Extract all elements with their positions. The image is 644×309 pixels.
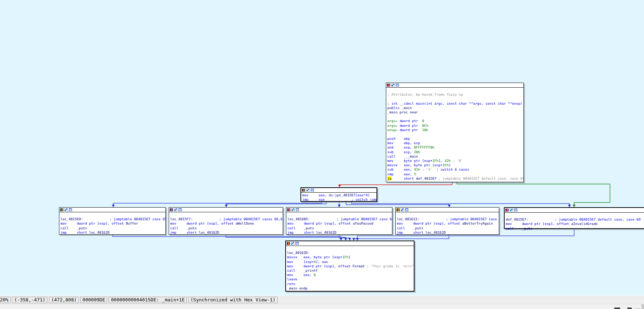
node-edit-icon xyxy=(306,189,310,192)
asm-line: loc_4015E9: ; jumptable 004015E7 case 65 xyxy=(60,217,164,221)
node-color-icon xyxy=(287,242,290,245)
graph-edge-segment xyxy=(346,204,450,205)
node-color-icon xyxy=(170,208,173,211)
asm-line xyxy=(387,97,522,101)
node-disassembly: loc_40162D:movsx eax, byte ptr [esp+1Fh]… xyxy=(286,246,414,291)
status-segment-1: (-358,-471) xyxy=(12,297,47,303)
asm-line: retn xyxy=(287,282,413,286)
node-edit-icon xyxy=(510,209,513,212)
status-segment-0: .20% xyxy=(0,297,10,303)
graph-canvas[interactable]: ; Attributes: bp-based frame fuzzy-sp ; … xyxy=(0,0,644,296)
node-graph-icon xyxy=(69,208,72,211)
asm-line: jmp short loc_40162D xyxy=(287,230,391,235)
graph-node-case-66-67[interactable]: loc_4015F7: ; jumptable 004015E7 cases 6… xyxy=(169,207,283,235)
node-color-icon xyxy=(387,84,390,87)
graph-node-case-65[interactable]: loc_4015E9: ; jumptable 004015E7 case 65… xyxy=(59,207,166,235)
graph-edge-segment xyxy=(574,202,610,203)
asm-line: movsx eax, byte ptr [esp+1Fh] xyxy=(387,163,522,167)
graph-node-default-case-69[interactable]: def_4015E7: ; jumptable 004015E7 default… xyxy=(504,207,644,229)
bottom-strip xyxy=(0,304,644,309)
node-disassembly: loc_4015F7: ; jumptable 004015E7 cases 6… xyxy=(169,212,283,235)
asm-line: mov ebp, esp xyxy=(387,141,522,145)
node-title-bar[interactable] xyxy=(59,208,165,212)
asm-line: cmp eax, 5 xyxy=(387,172,522,176)
node-color-icon xyxy=(396,208,400,211)
node-color-icon xyxy=(505,209,509,212)
graph-edge-arrow xyxy=(348,238,351,241)
node-title-bar[interactable] xyxy=(301,188,376,193)
graph-edge-arrow xyxy=(112,205,115,207)
graph-node-main-entry[interactable]: ; Attributes: bp-based frame fuzzy-sp ; … xyxy=(386,83,524,182)
node-graph-icon xyxy=(295,242,299,245)
asm-line: mov dword ptr [esp], offset aWellDone xyxy=(170,221,282,226)
asm-line: push ebp xyxy=(387,137,522,141)
node-title-bar[interactable] xyxy=(396,208,499,212)
status-segment-2: (472,808) xyxy=(49,297,79,303)
graph-edge-arrow xyxy=(568,205,571,207)
asm-line: jmp short loc_40162D xyxy=(60,230,164,235)
graph-node-case-68[interactable]: loc_401605: ; jumptable 004015E7 case 68… xyxy=(286,207,392,235)
graph-node-case-70[interactable]: loc_401613: ; jumptable 004015E7 case 70… xyxy=(395,207,499,235)
asm-line: argc= dword ptr 8 xyxy=(387,119,522,123)
graph-edge-segment xyxy=(226,204,327,204)
node-disassembly: def_4015E7: ; jumptable 004015E7 default… xyxy=(505,213,644,231)
node-color-icon xyxy=(60,208,63,211)
asm-line: call _puts xyxy=(397,226,498,230)
node-disassembly: mov eax, ds:jpt_4015E7[eax*4]jmp eax ; s… xyxy=(301,193,376,202)
graph-edge-arrow xyxy=(356,238,359,241)
asm-line: ; Attributes: bp-based frame fuzzy-sp xyxy=(387,92,522,97)
asm-line: argv= dword ptr 0Ch xyxy=(387,124,522,128)
node-title-bar[interactable] xyxy=(505,208,644,213)
graph-edge-segment xyxy=(354,238,449,239)
asm-line: jmp short loc_40162D xyxy=(170,230,282,235)
asm-line: mov dword ptr [esp], offset Buffer xyxy=(60,221,164,226)
graph-node-exit-block[interactable]: loc_40162D:movsx eax, byte ptr [esp+1Fh]… xyxy=(285,241,414,292)
asm-line xyxy=(506,213,644,217)
status-bar: .20%(-358,-471)(472,808)000009DE00000000… xyxy=(0,296,644,304)
asm-line xyxy=(170,213,282,217)
asm-line: ja short def_4015E7 ; jumptable 004015E7… xyxy=(387,176,522,181)
node-disassembly: loc_401613: ; jumptable 004015E7 case 70… xyxy=(396,212,499,235)
asm-line xyxy=(60,213,164,217)
asm-line xyxy=(387,88,522,92)
status-segment-5: (Synchronized with Hex View-1) xyxy=(188,297,278,303)
asm-line: mov eax, ds:jpt_4015E7[eax*4] xyxy=(302,193,375,197)
graph-edge-arrow xyxy=(448,205,451,207)
ida-pro-graph-view: { "app": "IDA graph view of _main", "col… xyxy=(0,0,644,309)
asm-line: mov byte ptr [esp+1Fh], 42h ; 'B' xyxy=(387,159,522,163)
graph-edge-arrow xyxy=(338,205,341,207)
node-graph-icon xyxy=(311,189,314,192)
scrollbar-fragment xyxy=(641,304,644,309)
asm-line: _main endp xyxy=(287,286,413,291)
graph-edge-arrow xyxy=(573,205,576,207)
graph-edge-segment xyxy=(456,184,610,184)
asm-line: and esp, 0FFFFFFF0h xyxy=(387,145,522,150)
asm-line xyxy=(387,114,522,119)
asm-line: jmp short loc_40162D xyxy=(397,230,498,235)
asm-line xyxy=(397,213,498,217)
node-edit-icon xyxy=(64,208,68,211)
graph-edge-arrow xyxy=(352,238,355,241)
asm-line: loc_40162D: xyxy=(287,251,413,255)
taskbar-window-icon[interactable] xyxy=(627,308,632,309)
node-graph-icon xyxy=(178,208,182,211)
taskbar-window-icon[interactable] xyxy=(614,308,620,309)
asm-line: envp= dword ptr 10h xyxy=(387,128,522,132)
graph-edge-arrow xyxy=(340,238,342,241)
asm-line: ; int __cdecl main(int argc, const char … xyxy=(387,101,522,106)
graph-edge-segment xyxy=(610,184,610,203)
asm-line: call ___main xyxy=(387,154,522,159)
node-title-bar[interactable] xyxy=(386,83,523,88)
asm-line: movsx eax, byte ptr [esp+1Fh] xyxy=(287,255,413,259)
graph-edge-segment xyxy=(226,237,346,238)
graph-node-switch-jump[interactable]: mov eax, ds:jpt_4015E7[eax*4]jmp eax ; s… xyxy=(300,187,377,202)
graph-edge-arrow xyxy=(225,205,228,207)
node-title-bar[interactable] xyxy=(286,241,414,246)
asm-line: mov dword ptr [esp], offset aBetterTryAg… xyxy=(397,221,498,226)
node-graph-icon xyxy=(396,84,399,87)
node-title-bar[interactable] xyxy=(169,208,283,212)
asm-line: call _puts xyxy=(170,226,282,230)
node-title-bar[interactable] xyxy=(286,208,392,212)
asm-line: leave xyxy=(287,277,413,281)
graph-edge-segment xyxy=(339,202,340,205)
